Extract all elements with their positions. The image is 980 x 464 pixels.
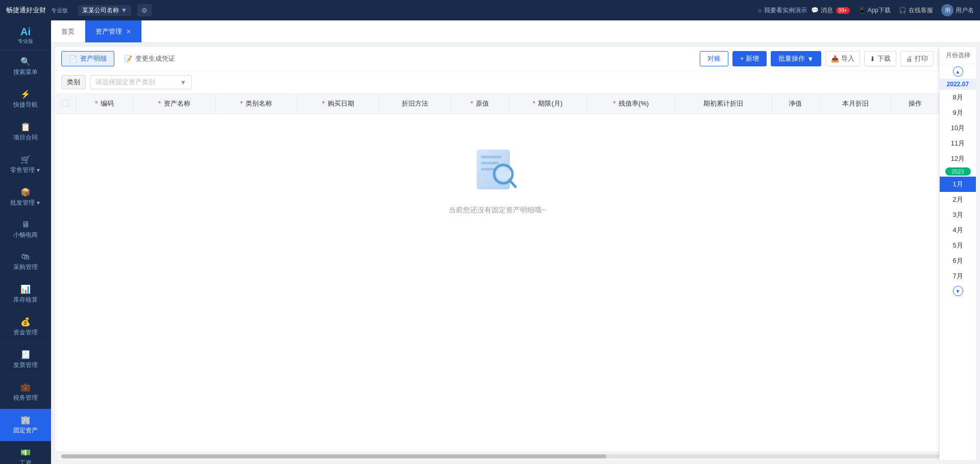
year-badge-2023[interactable]: 2023 (945, 167, 971, 176)
month-item-9[interactable]: 9月 (940, 105, 976, 120)
dropdown-arrow-icon: ▼ (121, 7, 127, 14)
month-year-display[interactable]: 2022.07 (940, 79, 976, 90)
col-original-value: * 原值 (451, 94, 509, 114)
month-item-4[interactable]: 4月 (940, 223, 976, 238)
messages-button[interactable]: 💬 消息 99+ (811, 6, 850, 15)
assets-table: * 编码 * 资产名称 * 类别名称 (55, 94, 939, 246)
category-filter-select[interactable]: 请选择固定资产类别 ▼ (90, 75, 192, 89)
sidebar-item-fixed-assets[interactable]: 🏢 固定资产 (0, 409, 51, 442)
sidebar-item-ecommerce[interactable]: 🖥 小畅电商 (0, 214, 51, 246)
month-item-6[interactable]: 6月 (940, 253, 976, 268)
sidebar-item-inventory[interactable]: 📊 库存核算 (0, 278, 51, 311)
month-item-10[interactable]: 10月 (940, 120, 976, 136)
sidebar-item-invoice[interactable]: 🧾 发票管理 (0, 344, 51, 376)
sidebar-item-search[interactable]: 🔍 搜索菜单 (0, 51, 51, 83)
main-layout: Ai 专业版 🔍 搜索菜单 ⚡ 快捷导航 📋 项目合同 🛒 零售管理 ▼ 📦 批 (0, 20, 980, 464)
filter-row: 类别 请选择固定资产类别 ▼ (55, 71, 976, 94)
sidebar-item-quicknav[interactable]: ⚡ 快捷导航 (0, 83, 51, 116)
finance-icon: 💰 (20, 317, 31, 327)
month-item-7[interactable]: 7月 (940, 268, 976, 284)
online-service-button[interactable]: 🎧 在线客服 (899, 6, 933, 15)
category-filter-label: 类别 (61, 75, 86, 89)
fixed-assets-icon: 🏢 (20, 415, 31, 425)
wholesale-icon: 📦 (20, 187, 31, 197)
col-residual-rate: * 残值率(%) (586, 94, 675, 114)
asset-detail-icon: 📄 (69, 55, 77, 63)
empty-text: 当前您还没有固定资产明细哦~ (449, 206, 546, 215)
month-nav-up-icon[interactable]: ▲ (953, 66, 963, 77)
scrollbar-thumb[interactable] (61, 454, 606, 458)
month-item-3[interactable]: 3月 (940, 207, 976, 223)
sidebar-item-wholesale[interactable]: 📦 批发管理 ▼ (0, 181, 51, 214)
tab-home[interactable]: 首页 (51, 20, 85, 42)
download-icon: ⬇ (870, 55, 875, 63)
sidebar-logo: Ai 专业版 (0, 20, 51, 51)
ecommerce-icon: 🖥 (21, 220, 30, 229)
salary-icon: 💵 (20, 448, 31, 457)
month-item-5[interactable]: 5月 (940, 238, 976, 253)
month-panel-header: 月份选择 (940, 47, 976, 64)
retail-icon: 🛒 (20, 155, 31, 164)
table-header-row: * 编码 * 资产名称 * 类别名称 (55, 94, 939, 114)
col-monthly-depreciation: 本月折旧 (819, 94, 891, 114)
sidebar-item-tax[interactable]: 💼 税务管理 (0, 376, 51, 409)
col-name: * 资产名称 (133, 94, 215, 114)
sidebar-item-finance[interactable]: 💰 资金管理 (0, 311, 51, 344)
sub-tabs: 📄 资产明细 📝 变更生成凭证 对账 + 新增 批量操作 (55, 47, 976, 71)
print-icon: 🖨 (906, 55, 913, 63)
page-content: 📄 资产明细 📝 变更生成凭证 对账 + 新增 批量操作 (55, 47, 976, 460)
quicknav-icon: ⚡ (20, 89, 31, 99)
inventory-icon: 📊 (20, 284, 31, 294)
company-display: 某某公司名称 (82, 6, 119, 15)
print-button[interactable]: 🖨 打印 (900, 51, 934, 66)
col-checkbox (55, 94, 76, 114)
col-operation: 操作 (891, 94, 939, 114)
month-item-11[interactable]: 11月 (940, 136, 976, 151)
headset-icon: 🎧 (899, 7, 906, 14)
add-button[interactable]: + 新增 (732, 51, 767, 66)
demo-link[interactable]: ○ 我要看实例演示 (758, 6, 807, 15)
col-purchase-date: * 购买日期 (297, 94, 379, 114)
app-subtitle: 专业版 (51, 7, 68, 14)
table-container: * 编码 * 资产名称 * 类别名称 (55, 94, 976, 452)
svg-point-5 (497, 167, 510, 181)
month-item-12[interactable]: 12月 (940, 151, 976, 166)
tax-icon: 💼 (20, 382, 31, 392)
sub-tab-change-voucher[interactable]: 📝 变更生成凭证 (116, 51, 183, 66)
sidebar-item-salary[interactable]: 💵 工资 (0, 442, 51, 464)
month-item-2[interactable]: 2月 (940, 192, 976, 207)
header-checkbox[interactable] (62, 100, 69, 107)
month-nav-up[interactable]: ▲ (940, 64, 976, 79)
scrollbar-track[interactable] (61, 454, 970, 458)
svg-line-6 (509, 180, 516, 187)
contracts-icon: 📋 (20, 122, 31, 132)
company-name: 畅捷通好业财 (6, 6, 46, 15)
svg-rect-1 (481, 156, 501, 158)
app-download-button[interactable]: 📱 App下载 (858, 6, 891, 15)
company-selector[interactable]: 某某公司名称 ▼ (78, 5, 131, 16)
month-nav-down-icon[interactable]: ▼ (953, 286, 963, 296)
sub-tab-asset-detail[interactable]: 📄 资产明细 (61, 51, 114, 66)
bottom-scrollbar[interactable] (55, 452, 976, 460)
category-placeholder: 请选择固定资产类别 (95, 78, 178, 87)
tab-bar: 首页 资产管理 ✕ (51, 20, 980, 43)
batch-button[interactable]: 批量操作 ▼ (771, 51, 821, 66)
invoice-icon: 🧾 (20, 350, 31, 359)
month-item-1[interactable]: 1月 (940, 177, 976, 192)
sidebar-item-contracts[interactable]: 📋 项目合同 (0, 116, 51, 149)
tab-close-icon[interactable]: ✕ (126, 28, 131, 35)
month-panel: 月份选择 ▲ 2022.07 8月 9月 10月 11月 12月 2023 1月… (939, 47, 976, 460)
settings-icon[interactable]: ⚙ (137, 4, 152, 16)
month-item-8[interactable]: 8月 (940, 90, 976, 105)
tab-asset-management[interactable]: 资产管理 ✕ (85, 20, 142, 42)
month-nav-down[interactable]: ▼ (940, 284, 976, 298)
sidebar-item-retail[interactable]: 🛒 零售管理 ▼ (0, 149, 51, 181)
user-avatar[interactable]: 用 用户名 (941, 4, 974, 16)
download-button[interactable]: ⬇ 下载 (864, 51, 896, 66)
col-category: * 类别名称 (215, 94, 298, 114)
import-button[interactable]: 📥 导入 (825, 51, 860, 66)
col-period: * 期限(月) (509, 94, 587, 114)
reconcile-button[interactable]: 对账 (700, 51, 728, 66)
change-voucher-icon: 📝 (124, 55, 132, 63)
sidebar-item-purchase[interactable]: 🛍 采购管理 (0, 246, 51, 278)
